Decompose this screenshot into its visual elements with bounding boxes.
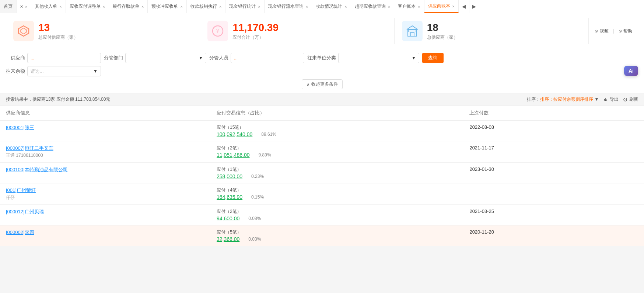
- trans-amount-3[interactable]: 258,000.00: [217, 173, 242, 179]
- ai-button[interactable]: Ai: [624, 66, 638, 76]
- nav-cash-stat[interactable]: 现金银行统计 ×: [225, 0, 264, 13]
- nav-supplier-book[interactable]: 供应商账本 ×: [424, 0, 459, 13]
- filter-dept: 分管部门 ▼: [104, 53, 206, 63]
- nav-overdue[interactable]: 超期应收款查询 ×: [351, 0, 394, 13]
- supplier-link-6[interactable]: [000002]李四: [6, 229, 217, 236]
- nav-cash-stat-close[interactable]: ×: [258, 4, 260, 9]
- collapse-button[interactable]: ∧ 收起更多条件: [302, 79, 343, 89]
- supplier-link-1[interactable]: [000001]张三: [6, 124, 217, 131]
- summary-card-supplier: 13 总应付供应商（家）: [6, 18, 200, 44]
- table-row[interactable]: [000012]广州贝瑞 应付（2笔） 94,600.00 0.08% 2021…: [0, 205, 644, 225]
- nav-adjust-close[interactable]: ×: [103, 4, 105, 9]
- nav-tab3-label: 3: [20, 4, 23, 9]
- dept-select[interactable]: ▼: [125, 53, 206, 63]
- trans-amount-1[interactable]: 100,092,540.00: [217, 131, 252, 137]
- lastpay-5: 2021-03-25: [469, 208, 638, 214]
- nav-adjust[interactable]: 应收应付调整单 ×: [66, 0, 109, 13]
- balance-filter-label: 往来余额: [6, 68, 25, 75]
- nav-verify[interactable]: 收款核销执行 ×: [187, 0, 225, 13]
- person-input-dots: ...: [234, 55, 238, 61]
- nav-other-income[interactable]: 其他收入单 ×: [31, 0, 66, 13]
- supplier-link-4[interactable]: [001]广州荣轩: [6, 187, 217, 194]
- table-row[interactable]: [000100]本特勤油品有限公司 应付（1笔） 258,000.00 0.23…: [0, 163, 644, 183]
- sort-label[interactable]: 排序：排序：按应付余额倒序排序 ▼: [527, 96, 599, 103]
- header-supplier: 供应商信息: [6, 110, 217, 116]
- svg-text:¥: ¥: [216, 28, 219, 34]
- nav-customer-book-close[interactable]: ×: [418, 4, 420, 9]
- export-button[interactable]: 导出: [603, 96, 618, 103]
- lastpay-1: 2022-08-08: [469, 124, 638, 130]
- nav-prepay[interactable]: 预收冲应收单 ×: [148, 0, 186, 13]
- summary-card-amount: ¥ 11,170.39 应付合计（万）: [200, 18, 394, 44]
- nav-tab3-close[interactable]: ×: [25, 4, 27, 9]
- supplier-input-dots: ...: [31, 55, 34, 61]
- trans-label-6: 应付（5笔）: [217, 229, 469, 235]
- trans-percent-5: 0.08%: [248, 216, 261, 221]
- filter-bar: 供应商 ... 分管部门 ▼ 分管人员 ... 往来单位分类 ▼: [0, 49, 644, 93]
- table-row[interactable]: [000007]恒旺二手叉车 王通 17106110000 应付（2笔） 11,…: [0, 141, 644, 163]
- dept-arrow-icon: ▼: [199, 55, 203, 61]
- supplier-link-2[interactable]: [000007]恒旺二手叉车: [6, 145, 217, 152]
- nav-supplier-book-close[interactable]: ×: [452, 4, 455, 8]
- video-link[interactable]: ⊙ 视频: [595, 28, 608, 34]
- nav-next-arrow[interactable]: ▶: [469, 0, 479, 13]
- nav-tab3[interactable]: 3 ×: [17, 0, 31, 13]
- result-actions: 排序：排序：按应付余额倒序排序 ▼ 导出 刷新: [527, 96, 638, 103]
- nav-cash-flow-close[interactable]: ×: [306, 4, 308, 9]
- summary-info-supplier: 13 总应付供应商（家）: [38, 21, 78, 41]
- trans-amount-4[interactable]: 164,635.90: [217, 194, 242, 200]
- nav-other-income-label: 其他收入单: [35, 3, 57, 10]
- supplier-link-5[interactable]: [000012]广州贝瑞: [6, 208, 217, 215]
- supplier-input[interactable]: ...: [27, 53, 101, 63]
- nav-collect-stat-close[interactable]: ×: [344, 4, 347, 9]
- nav-customer-book[interactable]: 客户账本 ×: [394, 0, 424, 13]
- supplier-contact-4: 仔仔: [6, 194, 217, 201]
- lastpay-date-2: 2021-11-17: [469, 145, 494, 151]
- trans-amount-6[interactable]: 32,366.00: [217, 236, 239, 242]
- table-row[interactable]: [001]广州荣轩 仔仔 应付（4笔） 164,635.90 0.15%: [0, 183, 644, 205]
- refresh-button[interactable]: 刷新: [623, 96, 638, 103]
- nav-bank-label: 银行存取款单: [113, 3, 139, 10]
- table-row[interactable]: [000002]李四 应付（5笔） 32,366.00 0.03% 2020-1…: [0, 225, 644, 246]
- supplier-link-3[interactable]: [000100]本特勤油品有限公司: [6, 166, 217, 173]
- top-navigation: 首页 3 × 其他收入单 × 应收应付调整单 × 银行存取款单 × 预收冲应收单…: [0, 0, 644, 13]
- trans-percent-4: 0.15%: [251, 194, 264, 200]
- nav-prev-arrow[interactable]: ◀: [459, 0, 469, 13]
- summary-actions: ⊙ 视频 | ⊙ 帮助: [589, 28, 638, 34]
- supplier-contact-2: 王通 17106110000: [6, 152, 217, 159]
- nav-bank-close[interactable]: ×: [141, 4, 144, 9]
- nav-customer-book-label: 客户账本: [398, 3, 416, 10]
- nav-home[interactable]: 首页: [0, 0, 17, 13]
- amount-total: 11,170.39: [232, 21, 279, 34]
- trans-label-5: 应付（2笔）: [217, 208, 469, 215]
- person-input[interactable]: ...: [231, 53, 304, 63]
- collapse-label: 收起更多条件: [311, 81, 338, 87]
- transaction-info-2: 应付（2笔） 11,051,486.00 9.89%: [217, 145, 469, 158]
- trans-amount-5[interactable]: 94,600.00: [217, 216, 239, 221]
- nav-collect-stat[interactable]: 收款情况统计 ×: [312, 0, 351, 13]
- nav-verify-close[interactable]: ×: [219, 4, 221, 9]
- nav-bank[interactable]: 银行存取款单 ×: [109, 0, 148, 13]
- svg-marker-0: [18, 26, 29, 36]
- balance-select[interactable]: 请选… ▼: [27, 66, 101, 76]
- summary-card-total: 18 总供应商（家）: [395, 18, 589, 44]
- help-link[interactable]: ⊙ 帮助: [619, 28, 632, 34]
- nav-cash-flow[interactable]: 现金银行流水查询 ×: [265, 0, 312, 13]
- category-arrow-icon: ▼: [412, 55, 416, 61]
- lastpay-3: 2023-01-30: [469, 166, 638, 172]
- nav-overdue-close[interactable]: ×: [388, 4, 390, 9]
- supplier-info-3: [000100]本特勤油品有限公司: [6, 166, 217, 173]
- supplier-info-6: [000002]李四: [6, 229, 217, 236]
- nav-prepay-close[interactable]: ×: [180, 4, 182, 9]
- nav-verify-label: 收款核销执行: [190, 3, 217, 10]
- trans-amount-2[interactable]: 11,051,486.00: [217, 152, 250, 158]
- balance-placeholder: 请选…: [31, 68, 44, 75]
- amount-icon: ¥: [207, 21, 228, 41]
- category-select[interactable]: ▼: [338, 53, 419, 63]
- trans-percent-6: 0.03%: [248, 237, 261, 242]
- query-button[interactable]: 查询: [422, 53, 444, 63]
- filter-person: 分管人员 ...: [209, 53, 304, 63]
- table-row[interactable]: [000001]张三 应付（15笔） 100,092,540.00 89.61%…: [0, 121, 644, 141]
- nav-other-income-close[interactable]: ×: [59, 4, 62, 9]
- lastpay-date-5: 2021-03-25: [469, 208, 494, 214]
